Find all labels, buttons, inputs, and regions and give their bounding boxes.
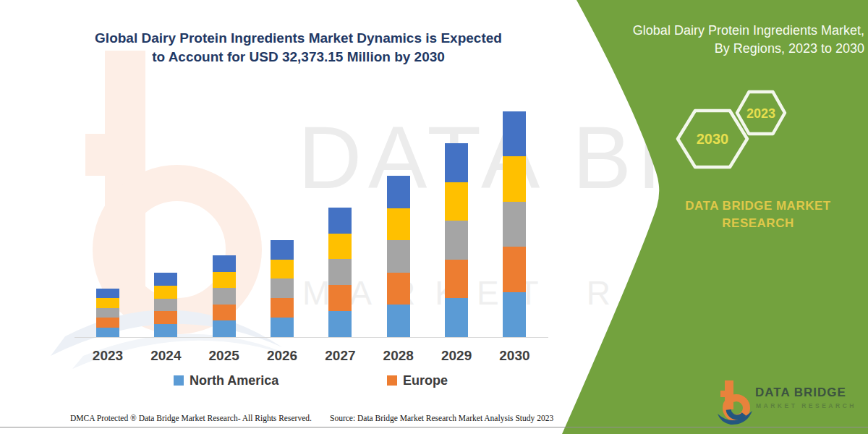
brand-text: DATA BRIDGE MARKET RESEARCH — [664, 197, 852, 232]
hexagon-2030: 2030 — [678, 111, 747, 167]
brand-text-line2: RESEARCH — [722, 216, 793, 230]
side-panel-title-line1: Global Dairy Protein Ingredients Market, — [633, 23, 864, 38]
infographic-canvas: DATA BRIDGE MARKET RESEARCH Global Dairy… — [0, 0, 868, 434]
hexagon-badges: 2030 2023 — [651, 76, 810, 184]
logo-subtitle: MARKET RESEARCH — [756, 402, 856, 409]
logo-wordmark: DATA BRIDGE — [755, 386, 846, 400]
side-panel-title: Global Dairy Protein Ingredients Market,… — [590, 22, 864, 58]
bottom-border-line — [0, 427, 868, 427]
hexagon-2023: 2023 — [737, 92, 785, 134]
hexagon-2030-label: 2030 — [697, 131, 729, 147]
brand-text-line1: DATA BRIDGE MARKET — [685, 199, 830, 213]
hexagon-2023-label: 2023 — [746, 106, 775, 121]
side-panel-title-line2: By Regions, 2023 to 2030 — [715, 41, 864, 56]
databridge-logo-icon — [715, 379, 755, 427]
